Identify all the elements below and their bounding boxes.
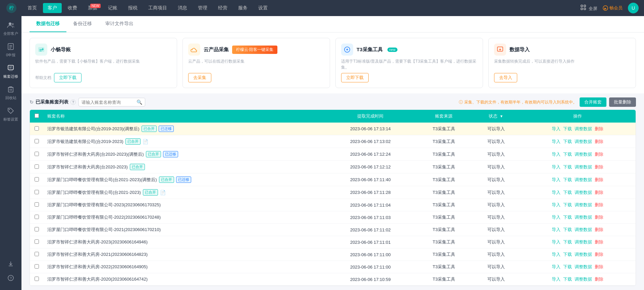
action-删除[interactable]: 删除 (595, 277, 603, 282)
tab-audit-export[interactable]: 审计文件导出 (99, 16, 140, 32)
nav-item-customer[interactable]: 客户 (43, 3, 62, 13)
nav-item-business[interactable]: 工商项目 (144, 3, 172, 13)
row-checkbox[interactable] (35, 190, 39, 194)
search-submit-icon[interactable]: 🔍 (137, 99, 142, 105)
row-checkbox[interactable] (35, 264, 39, 269)
action-删除[interactable]: 删除 (595, 227, 603, 232)
action-删除[interactable]: 删除 (595, 252, 603, 257)
action-下载[interactable]: 下载 (563, 164, 572, 169)
action-导入[interactable]: 导入 (552, 252, 560, 257)
help-doc-link[interactable]: 帮助文档 (35, 75, 51, 81)
sidebar-help-btn[interactable]: ? (1, 272, 20, 285)
sidebar-item-all-clients[interactable]: 全部客户 (1, 19, 20, 39)
action-下载[interactable]: 下载 (563, 202, 572, 207)
action-下载[interactable]: 下载 (563, 177, 572, 182)
nav-item-message[interactable]: 消息 (173, 3, 192, 13)
row-checkbox[interactable] (35, 177, 39, 182)
action-调整数据[interactable]: 调整数据 (575, 190, 592, 195)
nav-item-home[interactable]: 首页 (23, 3, 42, 13)
action-下载[interactable]: 下载 (563, 277, 572, 282)
search-input[interactable] (82, 100, 135, 105)
row-checkbox[interactable] (35, 239, 39, 244)
action-下载[interactable]: 下载 (563, 152, 572, 157)
action-调整数据[interactable]: 调整数据 (575, 164, 592, 169)
action-删除[interactable]: 删除 (595, 139, 603, 144)
nav-item-manage[interactable]: 管理 (193, 3, 212, 13)
action-调整数据[interactable]: 调整数据 (575, 215, 592, 220)
action-调整数据[interactable]: 调整数据 (575, 277, 592, 282)
sidebar-item-recycle[interactable]: 回收站 (1, 83, 20, 103)
status-sort-icon[interactable]: ▼ (500, 114, 503, 118)
action-导入[interactable]: 导入 (552, 164, 560, 169)
action-下载[interactable]: 下载 (563, 126, 572, 131)
row-checkbox[interactable] (35, 126, 39, 131)
sidebar-item-zero-declare[interactable]: 0申报 (1, 40, 20, 60)
sidebar-item-tag-settings[interactable]: 标签设置 (1, 104, 20, 125)
action-调整数据[interactable]: 调整数据 (575, 139, 592, 144)
action-删除[interactable]: 删除 (595, 264, 603, 269)
row-checkbox[interactable] (35, 252, 39, 256)
sidebar-item-account-migrate[interactable]: 账套迁移 (1, 62, 20, 82)
action-删除[interactable]: 删除 (595, 152, 603, 157)
action-调整数据[interactable]: 调整数据 (575, 264, 592, 269)
action-下载[interactable]: 下载 (563, 227, 572, 232)
action-删除[interactable]: 删除 (595, 202, 603, 207)
action-调整数据[interactable]: 调整数据 (575, 252, 592, 257)
action-删除[interactable]: 删除 (595, 177, 603, 182)
action-调整数据[interactable]: 调整数据 (575, 239, 592, 244)
row-checkbox[interactable] (35, 152, 39, 156)
tab-backup-migrate[interactable]: 备份迁移 (66, 16, 99, 32)
action-导入[interactable]: 导入 (552, 227, 560, 232)
member-btn[interactable]: ▶ 畅会员 (603, 5, 623, 11)
t3-download-btn[interactable]: 立即下载 (341, 73, 369, 82)
dataimport-btn[interactable]: 去导入 (494, 73, 517, 82)
help-circle-icon[interactable]: ? (70, 99, 76, 105)
action-下载[interactable]: 下载 (563, 139, 572, 144)
sidebar-download-btn[interactable] (1, 258, 20, 271)
action-下载[interactable]: 下载 (563, 190, 572, 195)
action-删除[interactable]: 删除 (595, 190, 603, 195)
action-导入[interactable]: 导入 (552, 202, 560, 207)
action-下载[interactable]: 下载 (563, 252, 572, 257)
action-导入[interactable]: 导入 (552, 239, 560, 244)
row-checkbox[interactable] (35, 164, 39, 169)
action-删除[interactable]: 删除 (595, 215, 603, 220)
tab-data-migrate[interactable]: 数据包迁移 (30, 16, 66, 32)
action-调整数据[interactable]: 调整数据 (575, 227, 592, 232)
action-调整数据[interactable]: 调整数据 (575, 152, 592, 157)
action-调整数据[interactable]: 调整数据 (575, 126, 592, 131)
row-checkbox[interactable] (35, 227, 39, 231)
action-导入[interactable]: 导入 (552, 177, 560, 182)
action-导入[interactable]: 导入 (552, 215, 560, 220)
action-删除[interactable]: 删除 (595, 164, 603, 169)
yunproduct-collect-btn[interactable]: 去采集 (188, 73, 211, 82)
action-删除[interactable]: 删除 (595, 239, 603, 244)
action-下载[interactable]: 下载 (563, 239, 572, 244)
nav-item-operation[interactable]: 经营 (213, 3, 232, 13)
action-导入[interactable]: 导入 (552, 139, 560, 144)
refresh-icon[interactable]: ↻ (30, 99, 34, 105)
action-导入[interactable]: 导入 (552, 126, 560, 131)
action-调整数据[interactable]: 调整数据 (575, 202, 592, 207)
nav-item-tax[interactable]: 报税 (123, 3, 142, 13)
merge-accounts-btn[interactable]: 合并账套 (580, 97, 606, 107)
nav-item-settings[interactable]: 设置 (254, 3, 272, 13)
action-导入[interactable]: 导入 (552, 277, 560, 282)
row-checkbox[interactable] (35, 139, 39, 143)
nav-item-bookkeeping[interactable]: 记账 (103, 3, 122, 13)
nav-item-ticket[interactable]: 票据 NEW (83, 3, 102, 13)
row-checkbox[interactable] (35, 202, 39, 207)
row-checkbox[interactable] (35, 215, 39, 219)
fullscreen-btn[interactable]: 全屏 (581, 5, 597, 12)
user-avatar[interactable]: U (628, 3, 639, 13)
action-导入[interactable]: 导入 (552, 190, 560, 195)
row-checkbox[interactable] (35, 277, 39, 281)
nav-item-service[interactable]: 服务 (233, 3, 252, 13)
action-删除[interactable]: 删除 (595, 126, 603, 131)
action-调整数据[interactable]: 调整数据 (575, 177, 592, 182)
xiaochangzhang-download-btn[interactable]: 立即下载 (54, 73, 82, 82)
action-下载[interactable]: 下载 (563, 264, 572, 269)
batch-delete-btn[interactable]: 批量删除 (609, 97, 636, 107)
select-all-checkbox[interactable] (35, 114, 39, 118)
action-下载[interactable]: 下载 (563, 215, 572, 220)
